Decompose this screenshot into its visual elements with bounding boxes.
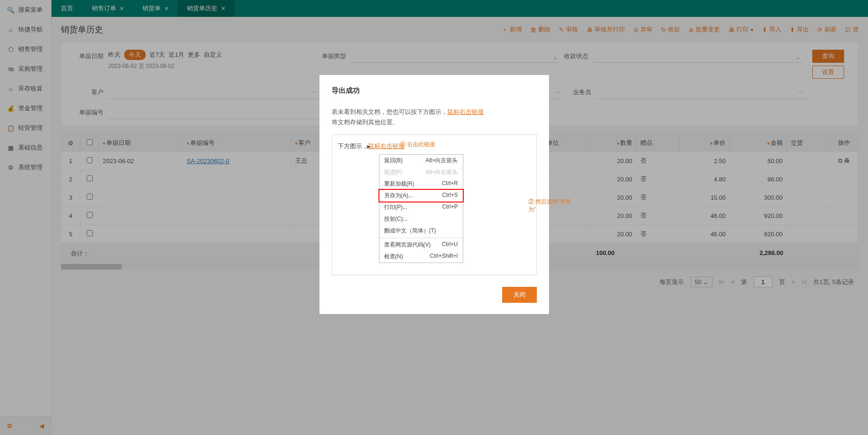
ctx-label: 投射(C)... — [384, 215, 408, 223]
modal-description: 若未看到相关文档，您也可以按下方图示，鼠标右击链接 将文档存储到其他位置。 — [332, 107, 537, 128]
annotation-2: ② 然后选择"另存为" — [528, 198, 575, 214]
context-menu: 返回(B)Alt+向左箭头前进(F)Alt+向右箭头重新加载(R)Ctrl+R另… — [379, 154, 463, 263]
ctx-label: 翻成中文（简体）(T) — [384, 227, 436, 235]
ctx-menu-item: 返回(B)Alt+向左箭头 — [379, 155, 463, 166]
ctx-label: 打印(P)... — [384, 203, 408, 211]
ctx-menu-item: 打印(P)...Ctrl+P — [379, 202, 463, 213]
ctx-label: 另存为(A)... — [384, 192, 413, 200]
ctx-label: 返回(B) — [384, 157, 403, 165]
ctx-shortcut: Ctrl+P — [442, 203, 458, 211]
ctx-menu-item: 查看网页源代码(V)Ctrl+U — [379, 239, 463, 251]
ctx-shortcut: Ctrl+R — [442, 180, 458, 188]
instruction-box: 下方图示，鼠标右击链接 ➤ ① 右击此链接 返回(B)Alt+向左箭头前进(F)… — [332, 135, 537, 275]
ctx-menu-item: 前进(F)Alt+向右箭头 — [379, 166, 463, 178]
menu-separator — [379, 238, 463, 238]
ctx-menu-item: 投射(C)... — [379, 213, 463, 225]
modal-link[interactable]: 鼠标右击链接 — [447, 108, 484, 115]
ctx-menu-item: 检查(N)Ctrl+Shift+I — [379, 251, 463, 262]
instr-prefix: 下方图示， — [338, 142, 368, 150]
instr-link: 鼠标右击链接 — [368, 142, 405, 150]
ctx-menu-item: 翻成中文（简体）(T) — [379, 225, 463, 237]
ctx-shortcut: Ctrl+Shift+I — [430, 253, 458, 261]
cursor-icon: ➤ — [366, 143, 371, 150]
close-button[interactable]: 关闭 — [502, 287, 537, 294]
modal-title: 导出成功 — [332, 86, 537, 95]
ctx-label: 前进(F) — [384, 168, 402, 176]
annotation-1: ① 右击此链接 — [400, 141, 435, 149]
export-success-modal: 导出成功 若未看到相关文档，您也可以按下方图示，鼠标右击链接 将文档存储到其他位… — [319, 75, 549, 294]
ctx-shortcut: Ctrl+U — [442, 241, 458, 249]
ctx-menu-item: 重新加载(R)Ctrl+R — [379, 178, 463, 190]
ctx-label: 检查(N) — [384, 253, 403, 261]
ctx-shortcut: Ctrl+S — [442, 192, 458, 200]
ctx-shortcut: Alt+向右箭头 — [425, 168, 458, 176]
ctx-menu-item: 另存为(A)...Ctrl+S — [378, 189, 464, 202]
ctx-shortcut: Alt+向左箭头 — [425, 157, 458, 165]
ctx-label: 重新加载(R) — [384, 180, 415, 188]
modal-overlay[interactable]: 导出成功 若未看到相关文档，您也可以按下方图示，鼠标右击链接 将文档存储到其他位… — [0, 0, 868, 294]
ctx-label: 查看网页源代码(V) — [384, 241, 431, 249]
